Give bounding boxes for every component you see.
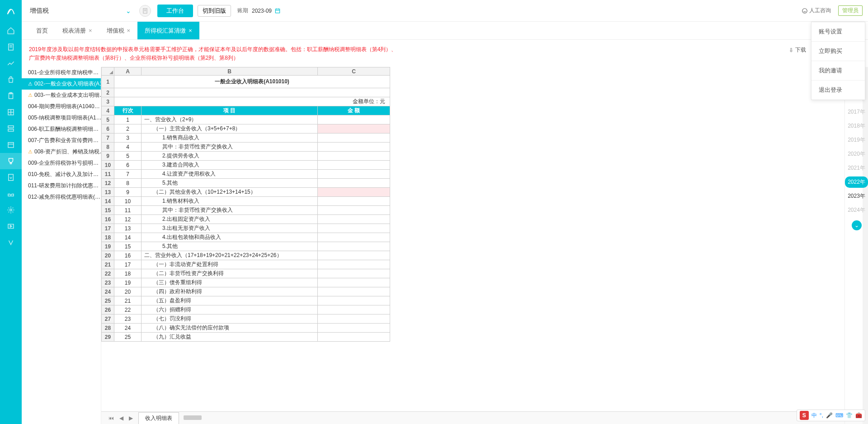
rail-doc-icon[interactable]	[0, 39, 22, 55]
form-list-label: 001-企业所得税年度纳税申…	[28, 69, 99, 76]
sheet-tabs: ⏮ ◀ ▶ 收入明细表	[101, 411, 863, 424]
warn-icon: ⚠	[28, 149, 33, 155]
form-list-label: 003-一般企业成本支出明细…	[34, 91, 101, 99]
rail-chart-icon[interactable]	[0, 55, 22, 71]
year-item[interactable]: 2020年	[845, 148, 868, 160]
notice-text: 2019年度涉及取以前年度结转数据的申报表单元格需要手工维护正确，才能保证本年及…	[29, 45, 400, 62]
rail-v-icon[interactable]	[0, 234, 22, 251]
tab[interactable]: 首页	[29, 22, 55, 39]
rail-clipboard-icon[interactable]	[0, 88, 22, 104]
svg-rect-19	[275, 9, 279, 13]
workspace-button[interactable]: 工作台	[157, 5, 193, 17]
form-list-item[interactable]: 012-减免所得税优惠明细表(…	[22, 191, 101, 203]
form-list-item[interactable]: 011-研发费用加计扣除优惠…	[22, 180, 101, 191]
rail-video-icon[interactable]	[0, 218, 22, 234]
sheet-tab[interactable]: 收入明细表	[138, 412, 179, 424]
user-menu-item[interactable]: 我的邀请	[811, 61, 865, 81]
form-list-item[interactable]: ⚠008-资产折旧、摊销及纳税…	[22, 146, 101, 157]
year-item[interactable]: 2022年	[845, 176, 868, 188]
close-icon[interactable]: ×	[89, 27, 92, 34]
expand-years-icon[interactable]: ⌄	[852, 220, 862, 230]
page-title: 增值税	[30, 7, 49, 15]
ime-skin-icon[interactable]: 👕	[846, 412, 853, 419]
form-list-item[interactable]: 004-期间费用明细表(A1040…	[22, 101, 101, 112]
close-icon[interactable]: ×	[127, 27, 131, 34]
warn-icon: ⚠	[28, 81, 33, 87]
history-icon[interactable]	[139, 5, 151, 17]
svg-point-23	[802, 8, 807, 13]
consult-link[interactable]: 人工咨询	[802, 7, 831, 14]
spreadsheet[interactable]: ABC1一般企业收入明细表(A101010)23金额单位：元4行次项 目金 额5…	[101, 67, 390, 342]
calendar-icon[interactable]	[274, 8, 281, 14]
rail-export-icon[interactable]	[0, 169, 22, 186]
tab[interactable]: 增值税×	[99, 22, 138, 39]
rail-template-icon[interactable]	[0, 120, 22, 137]
consult-label: 人工咨询	[809, 7, 831, 14]
form-list: 001-企业所得税年度纳税申…⚠002-一般企业收入明细表(A1…⚠003-一般…	[22, 67, 101, 424]
chevron-down-icon[interactable]: ⌄	[126, 7, 131, 14]
form-list-label: 008-资产折旧、摊销及纳税…	[34, 148, 101, 156]
ime-toolbox-icon[interactable]: 🧰	[855, 412, 862, 419]
form-list-item[interactable]: 007-广告费和业务宣传费跨…	[22, 135, 101, 146]
ime-logo-icon: S	[800, 411, 809, 420]
rail-settings-icon[interactable]	[0, 202, 22, 218]
form-list-label: 004-期间费用明细表(A1040…	[28, 103, 100, 110]
sheet-area: ABC1一般企业收入明细表(A101010)23金额单位：元4行次项 目金 额5…	[101, 67, 863, 424]
ime-keyboard-icon[interactable]: ⌨	[835, 412, 843, 419]
svg-rect-9	[8, 129, 14, 132]
close-icon[interactable]: ×	[189, 27, 192, 34]
ime-punct-icon[interactable]: °,	[820, 412, 823, 419]
notice-bar: 2019年度涉及取以前年度结转数据的申报表单元格需要手工维护正确，才能保证本年及…	[22, 40, 750, 64]
period-label: 账期	[237, 7, 248, 14]
sheet-nav-prev-icon[interactable]: ◀	[117, 415, 126, 421]
rail-inbox-icon[interactable]	[0, 186, 22, 202]
user-menu-item[interactable]: 账号设置	[811, 22, 865, 42]
form-list-item[interactable]: 006-职工薪酬纳税调整明细…	[22, 124, 101, 135]
user-menu-item[interactable]: 立即购买	[811, 42, 865, 61]
form-list-item[interactable]: 010-免税、减计收入及加计…	[22, 169, 101, 180]
horizontal-scrollbar[interactable]	[184, 415, 858, 421]
year-item[interactable]: 2023年	[845, 191, 868, 202]
ime-bar[interactable]: S 中 °, 🎤 ⌨ 👕 🧰	[797, 410, 865, 421]
form-list-label: 011-研发费用加计扣除优惠…	[28, 182, 99, 190]
user-menu-item[interactable]: 退出登录	[811, 81, 865, 100]
rail-calendar-icon[interactable]	[0, 137, 22, 153]
year-rail: 2016年2017年2018年2019年2020年2021年2022年2023年…	[844, 85, 868, 424]
year-item[interactable]: 2018年	[845, 120, 868, 132]
sheet-nav-next-icon[interactable]: ▶	[126, 415, 136, 421]
form-list-label: 002-一般企业收入明细表(A1…	[34, 80, 101, 88]
svg-point-13	[10, 209, 12, 211]
svg-rect-10	[8, 143, 14, 148]
form-list-item[interactable]: ⚠002-一般企业收入明细表(A1…	[22, 78, 101, 90]
ime-lang[interactable]: 中	[811, 412, 817, 419]
sheet-nav-first-icon[interactable]: ⏮	[106, 415, 117, 421]
ime-mic-icon[interactable]: 🎤	[826, 412, 833, 419]
rail-table-icon[interactable]	[0, 104, 22, 120]
form-list-item[interactable]: 009-企业所得税弥补亏损明…	[22, 157, 101, 169]
app-logo	[4, 4, 18, 18]
user-menu: 账号设置立即购买我的邀请退出登录	[811, 22, 865, 100]
admin-button[interactable]: 管理员	[838, 5, 863, 16]
form-list-item[interactable]: 005-纳税调整项目明细表(A1…	[22, 112, 101, 124]
svg-marker-15	[10, 225, 12, 228]
form-list-label: 007-广告费和业务宣传费跨…	[28, 137, 99, 144]
form-list-label: 006-职工薪酬纳税调整明细…	[28, 125, 99, 133]
form-list-item[interactable]: 001-企业所得税年度纳税申…	[22, 67, 101, 78]
rail-bag-icon[interactable]	[0, 71, 22, 88]
left-rail	[0, 0, 22, 424]
download-button[interactable]: ⇩ 下载	[789, 46, 806, 54]
period-value[interactable]: 2023-09	[252, 8, 272, 14]
svg-rect-8	[8, 126, 14, 128]
year-item[interactable]: 2021年	[845, 162, 868, 174]
year-item[interactable]: 2019年	[845, 134, 868, 146]
year-item[interactable]: 2024年	[845, 205, 868, 216]
form-list-item[interactable]: ⚠003-一般企业成本支出明细…	[22, 90, 101, 101]
tab[interactable]: 税表清册×	[55, 22, 99, 39]
svg-rect-14	[8, 224, 14, 229]
rail-tax-icon[interactable]	[0, 153, 22, 169]
warn-icon: ⚠	[28, 92, 33, 98]
switch-old-button[interactable]: 切到旧版	[198, 5, 231, 17]
tab[interactable]: 所得税汇算清缴×	[137, 22, 199, 39]
rail-home-icon[interactable]	[0, 23, 22, 39]
year-item[interactable]: 2017年	[845, 106, 868, 118]
